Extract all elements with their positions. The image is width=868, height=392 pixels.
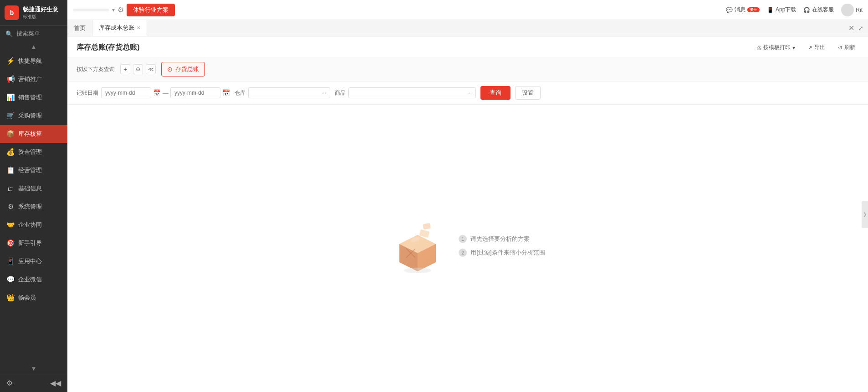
sidebar-item-sales[interactable]: 📊 销售管理 <box>0 88 67 107</box>
sidebar-scroll-up[interactable]: ▲ <box>0 41 67 52</box>
topbar-right: 💬 消息 99+ 📱 App下载 🎧 在线客服 Rit <box>726 4 863 16</box>
sidebar-item-label: 畅会员 <box>18 294 36 302</box>
sidebar-item-inventory[interactable]: 📦 库存核算 <box>0 125 67 143</box>
print-chevron: ▾ <box>792 45 795 51</box>
warehouse-select[interactable]: ··· <box>248 87 330 98</box>
sidebar-item-label: 系统管理 <box>18 203 42 211</box>
app-logo-icon: b <box>5 5 19 20</box>
product-select[interactable]: ··· <box>348 87 476 98</box>
sidebar-item-member[interactable]: 👑 畅会员 <box>0 289 67 307</box>
tab-inventory-ledger[interactable]: 库存成本总账 × <box>92 20 147 36</box>
newbie-icon: 🎯 <box>6 239 15 247</box>
sidebar-item-label: 销售管理 <box>18 93 42 102</box>
sidebar-item-label: 应用中心 <box>18 257 42 265</box>
avatar <box>841 4 854 16</box>
filter-add-btn[interactable]: + <box>120 64 130 74</box>
tabbar-right: ✕ ⤢ <box>844 20 868 36</box>
industry-btn[interactable]: 体验行业方案 <box>127 4 175 16</box>
refresh-btn[interactable]: ↺ 刷新 <box>834 42 859 53</box>
message-action[interactable]: 💬 消息 99+ <box>726 6 760 14</box>
basic-icon: 🗂 <box>6 185 15 193</box>
filter-bar: 按以下方案查询 + ⊙ ≪ ⊙ 存货总账 <box>67 57 868 81</box>
app-download-label: App下载 <box>776 6 796 14</box>
query-btn[interactable]: 查询 <box>480 86 511 100</box>
filter-label: 按以下方案查询 <box>77 66 115 73</box>
sidebar-item-label: 快捷导航 <box>18 57 42 65</box>
app-logo-text: 畅捷通好生意 标准版 <box>23 5 58 20</box>
user-avatar-action[interactable]: Rit <box>841 4 863 16</box>
calendar-start-icon[interactable]: 📅 <box>153 89 161 97</box>
sidebar-item-finance[interactable]: 💰 资金管理 <box>0 143 67 161</box>
product-field: 商品 ··· <box>335 87 476 98</box>
message-badge: 99+ <box>747 7 760 12</box>
sidebar: b 畅捷通好生意 标准版 🔍 搜索菜单 ▲ ⚡ 快捷导航 📢 营销推广 📊 销售… <box>0 0 67 392</box>
date-field: 记账日期 📅 — 📅 <box>77 87 230 98</box>
finance-icon: 💰 <box>6 148 15 156</box>
main-area: ▾ ⚙ 体验行业方案 💬 消息 99+ 📱 App下载 🎧 在线客服 Rit <box>67 0 868 392</box>
marketing-icon: 📢 <box>6 75 15 83</box>
breadcrumb-chevron[interactable]: ▾ <box>112 7 115 13</box>
quick-nav-icon: ⚡ <box>6 57 15 65</box>
breadcrumb-area: ▾ ⚙ 体验行业方案 <box>73 4 722 16</box>
sidebar-item-marketing[interactable]: 📢 营销推广 <box>0 70 67 88</box>
product-label: 商品 <box>335 89 346 97</box>
export-btn[interactable]: ↗ 导出 <box>804 42 829 53</box>
operation-icon: 📋 <box>6 166 15 174</box>
topbar: ▾ ⚙ 体验行业方案 💬 消息 99+ 📱 App下载 🎧 在线客服 Rit <box>67 0 868 20</box>
empty-text-list: 1 请先选择要分析的方案 2 用[过滤]条件来缩小分析范围 <box>459 235 545 262</box>
sidebar-item-app-center[interactable]: 📱 应用中心 <box>0 252 67 270</box>
sidebar-item-basic[interactable]: 🗂 基础信息 <box>0 179 67 198</box>
panel-toggle-icon: ❯ <box>863 212 867 217</box>
export-label: 导出 <box>814 44 825 51</box>
date-end-input[interactable] <box>170 87 220 98</box>
sidebar-nav: ⚡ 快捷导航 📢 营销推广 📊 销售管理 🛒 采购管理 📦 库存核算 💰 资金管… <box>0 52 67 363</box>
user-name: Rit <box>856 7 863 13</box>
date-start-input[interactable] <box>101 87 151 98</box>
sidebar-item-newbie[interactable]: 🎯 新手引导 <box>0 234 67 252</box>
scheme-item-inventory[interactable]: ⊙ 存货总账 <box>161 62 205 76</box>
tab-home[interactable]: 首页 <box>67 20 92 36</box>
filter-collapse-btn[interactable]: ≪ <box>146 64 156 74</box>
sidebar-item-purchase[interactable]: 🛒 采购管理 <box>0 107 67 125</box>
filter-edit-btn[interactable]: ⊙ <box>133 64 143 74</box>
scheme-name: 存货总账 <box>175 65 199 73</box>
product-more-icon: ··· <box>467 90 472 96</box>
page-content: 库存总账(存货总账) 🖨 按模板打印 ▾ ↗ 导出 ↺ 刷新 按以下方案查询 <box>67 36 868 392</box>
tabbar-close-btn[interactable]: ✕ <box>848 24 854 32</box>
settings-footer-icon[interactable]: ⚙ <box>6 379 13 387</box>
warehouse-more-icon: ··· <box>322 90 326 96</box>
calendar-end-icon[interactable]: 📅 <box>222 89 230 97</box>
empty-step-2: 2 用[过滤]条件来缩小分析范围 <box>459 249 545 257</box>
date-label: 记账日期 <box>77 89 98 97</box>
warehouse-field: 仓库 ··· <box>235 87 330 98</box>
print-btn[interactable]: 🖨 按模板打印 ▾ <box>752 42 799 53</box>
step-2-circle: 2 <box>459 249 467 257</box>
tab-close-icon[interactable]: × <box>137 25 140 31</box>
edit-icon: ⊙ <box>136 66 140 72</box>
sidebar-item-operation[interactable]: 📋 经营管理 <box>0 161 67 179</box>
scheme-icon: ⊙ <box>167 66 173 73</box>
topbar-settings-icon[interactable]: ⚙ <box>117 5 124 14</box>
sidebar-item-system[interactable]: ⚙ 系统管理 <box>0 198 67 216</box>
settings-btn[interactable]: 设置 <box>515 86 541 100</box>
sidebar-item-quick-nav[interactable]: ⚡ 快捷导航 <box>0 52 67 70</box>
tabbar-expand-btn[interactable]: ⤢ <box>858 25 863 32</box>
sidebar-item-label: 企业微信 <box>18 275 42 284</box>
headset-icon: 🎧 <box>803 7 810 13</box>
side-panel-toggle[interactable]: ❯ <box>862 201 868 228</box>
sidebar-item-enterprise[interactable]: 🤝 企业协同 <box>0 216 67 234</box>
page-header-actions: 🖨 按模板打印 ▾ ↗ 导出 ↺ 刷新 <box>752 42 859 53</box>
sidebar-search[interactable]: 🔍 搜索菜单 <box>0 26 67 41</box>
sidebar-item-wechat[interactable]: 💬 企业微信 <box>0 270 67 289</box>
refresh-icon: ↺ <box>838 45 842 51</box>
app-brand: 畅捷通好生意 <box>23 5 58 14</box>
online-service-action[interactable]: 🎧 在线客服 <box>803 6 834 14</box>
print-label: 按模板打印 <box>763 44 791 51</box>
purchase-icon: 🛒 <box>6 112 15 120</box>
date-separator: — <box>163 90 168 97</box>
sidebar-scroll-down[interactable]: ▼ <box>0 363 67 374</box>
app-download-action[interactable]: 📱 App下载 <box>767 6 796 14</box>
empty-illustration <box>390 221 445 276</box>
empty-step-1: 1 请先选择要分析的方案 <box>459 235 545 243</box>
audio-footer-icon[interactable]: ◀◀ <box>50 379 61 387</box>
